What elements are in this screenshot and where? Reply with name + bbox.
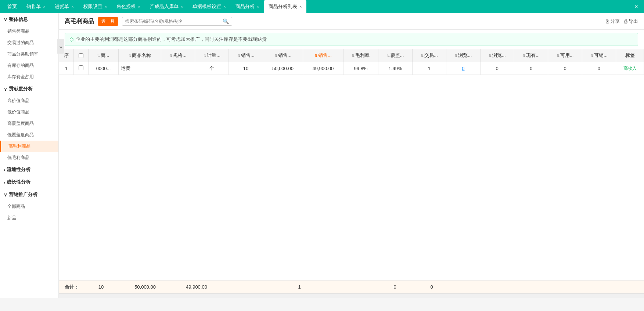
sidebar-item-high-margin[interactable]: 高毛利商品 xyxy=(0,141,58,152)
sidebar-item-low-margin[interactable]: 低毛利商品 xyxy=(0,152,58,163)
nav-template-close[interactable]: × xyxy=(223,4,226,9)
chevron-right-icon-2: › xyxy=(4,180,5,185)
cell-spec xyxy=(161,62,195,75)
col-unit[interactable]: ⇅计量... xyxy=(195,49,229,62)
chevron-down-icon-3: ∨ xyxy=(4,192,7,198)
time-filter-button[interactable]: 近一月 xyxy=(98,17,118,26)
col-sales-qty[interactable]: ⇅销售... xyxy=(229,49,263,62)
col-available-stock[interactable]: ⇅可用... xyxy=(548,49,582,62)
search-icon[interactable]: 🔍 xyxy=(223,18,229,24)
content-header: 高毛利商品 近一月 🔍 ⎘ 分享 ⎙ 导出 xyxy=(59,13,644,30)
sidebar-item-high-coverage[interactable]: 高覆盖度商品 xyxy=(0,118,58,129)
col-browse2[interactable]: ⇅浏览... xyxy=(480,49,514,62)
nav-purchase-label: 进货单 xyxy=(55,3,69,10)
search-box[interactable]: 🔍 xyxy=(122,17,232,26)
col-sales-cost[interactable]: ⇅销售... xyxy=(303,49,343,62)
nav-product-warehouse-label: 产成品入库单 xyxy=(150,3,179,10)
sidebar-collapse-button[interactable]: « xyxy=(57,39,64,54)
footer-sales-amt: 50,000.00 xyxy=(123,284,167,290)
nav-product-warehouse-close[interactable]: × xyxy=(181,4,183,9)
cell-browse2: 0 xyxy=(480,62,514,75)
row-checkbox[interactable] xyxy=(79,65,83,70)
footer-sales-cost: 49,900.00 xyxy=(175,284,219,290)
sidebar-section-contribution[interactable]: ∨ 贡献度分析 xyxy=(0,83,58,95)
cell-tag: 高收入 xyxy=(616,62,644,75)
sidebar-item-low-coverage[interactable]: 低覆盖度商品 xyxy=(0,129,58,141)
cell-checkbox[interactable] xyxy=(74,62,89,75)
sidebar-section-marketing-label: 营销推广分析 xyxy=(9,191,37,198)
sidebar-section-marketing[interactable]: ∨ 营销推广分析 xyxy=(0,188,58,201)
footer-total-label: 合计： xyxy=(65,284,79,290)
sidebar-section-growth[interactable]: › 成长性分析 xyxy=(0,176,58,188)
col-coverage[interactable]: ⇅覆盖... xyxy=(378,49,412,62)
search-input[interactable] xyxy=(125,19,221,24)
col-browse1[interactable]: ⇅浏览... xyxy=(446,49,480,62)
sidebar-section-overall-label: 整体信息 xyxy=(9,16,28,23)
content-area: 高毛利商品 近一月 🔍 ⎘ 分享 ⎙ 导出 ⬡ 企业的主要的利润都是这部分商品创… xyxy=(59,13,644,298)
sidebar-item-high-value[interactable]: 高价值商品 xyxy=(0,95,58,106)
nav-purchase[interactable]: 进货单 × xyxy=(50,0,78,13)
sidebar-item-low-value[interactable]: 低价值商品 xyxy=(0,106,58,118)
nav-permission-label: 权限设置 xyxy=(83,3,102,10)
export-icon: ⎙ xyxy=(624,18,627,24)
nav-template-label: 单据模板设置 xyxy=(193,3,221,10)
nav-product-warehouse[interactable]: 产成品入库单 × xyxy=(145,0,187,13)
col-code[interactable]: ⇅商... xyxy=(89,49,118,62)
cell-code: 0000... xyxy=(89,62,118,75)
col-gross-rate[interactable]: ⇅毛利率 xyxy=(343,49,378,62)
nav-purchase-close[interactable]: × xyxy=(71,4,73,9)
col-sales-amt[interactable]: ⇅销售... xyxy=(263,49,303,62)
col-checkbox[interactable] xyxy=(74,49,89,62)
nav-role[interactable]: 角色授权 × xyxy=(112,0,144,13)
sidebar-item-stocked-goods[interactable]: 有库存的商品 xyxy=(0,60,58,71)
col-trade-count[interactable]: ⇅交易... xyxy=(412,49,446,62)
cell-available-stock: 0 xyxy=(548,62,582,75)
bottom-scrollbar[interactable] xyxy=(59,293,644,298)
nav-permission-close[interactable]: × xyxy=(105,4,107,9)
nav-role-label: 角色授权 xyxy=(116,3,136,10)
nav-template[interactable]: 单据模板设置 × xyxy=(188,0,230,13)
sidebar-item-stock-capital[interactable]: 库存资金占用 xyxy=(0,71,58,83)
col-name[interactable]: ⇅商品名称 xyxy=(118,49,161,62)
nav-product-analysis-list-close[interactable]: × xyxy=(299,4,302,9)
sidebar-item-all-goods[interactable]: 全部商品 xyxy=(0,201,58,212)
sidebar: ∨ 整体信息 销售类商品 交易过的商品 商品分类助销率 有库存的商品 库存资金占… xyxy=(0,13,59,298)
cell-browse1[interactable]: 0 xyxy=(446,62,480,75)
share-label: 分享 xyxy=(610,18,620,25)
cell-current-stock: 0 xyxy=(514,62,548,75)
window-close-button[interactable]: × xyxy=(631,3,641,11)
nav-product-analysis-close[interactable]: × xyxy=(257,4,259,9)
table-wrapper[interactable]: 序 ⇅商... ⇅商品名称 ⇅规格... ⇅计量... ⇅销售... ⇅销售..… xyxy=(59,49,644,280)
nav-sales-close[interactable]: × xyxy=(43,4,45,9)
footer-available-stock: 0 xyxy=(417,284,446,290)
nav-sales-label: 销售单 xyxy=(26,3,41,10)
footer-trade-count: 1 xyxy=(285,284,314,290)
chevron-down-icon-2: ∨ xyxy=(4,86,7,92)
nav-role-close[interactable]: × xyxy=(138,4,140,9)
info-banner-text: 企业的主要的利润都是这部分商品创造的，可考虑加大推广，同时关注库存是不要出现缺货 xyxy=(76,36,267,43)
col-current-stock[interactable]: ⇅现有... xyxy=(514,49,548,62)
export-button[interactable]: ⎙ 导出 xyxy=(624,18,638,25)
col-saleable-stock[interactable]: ⇅可销... xyxy=(582,49,616,62)
share-button[interactable]: ⎘ 分享 xyxy=(606,18,620,25)
sidebar-item-sales-goods[interactable]: 销售类商品 xyxy=(0,26,58,37)
chevron-right-icon: › xyxy=(4,167,5,173)
chevron-down-icon: ∨ xyxy=(4,17,7,22)
export-label: 导出 xyxy=(629,18,638,25)
cell-trade-count: 1 xyxy=(412,62,446,75)
nav-permission[interactable]: 权限设置 × xyxy=(79,0,111,13)
sidebar-section-circulation[interactable]: › 流通性分析 xyxy=(0,163,58,176)
sidebar-item-new-goods[interactable]: 新品 xyxy=(0,212,58,224)
nav-product-analysis-list[interactable]: 商品分析列表 × xyxy=(264,0,306,13)
select-all-checkbox[interactable] xyxy=(79,53,83,58)
sidebar-item-traded-goods[interactable]: 交易过的商品 xyxy=(0,37,58,48)
sidebar-section-overall[interactable]: ∨ 整体信息 xyxy=(0,13,58,26)
nav-product-analysis[interactable]: 商品分析 × xyxy=(231,0,263,13)
footer-sales-qty: 10 xyxy=(86,284,116,290)
sidebar-item-category-assist[interactable]: 商品分类助销率 xyxy=(0,48,58,60)
nav-home[interactable]: 首页 xyxy=(3,0,21,13)
nav-home-label: 首页 xyxy=(7,3,17,10)
col-tag[interactable]: 标签 xyxy=(616,49,644,62)
col-spec[interactable]: ⇅规格... xyxy=(161,49,195,62)
nav-sales[interactable]: 销售单 × xyxy=(22,0,50,13)
